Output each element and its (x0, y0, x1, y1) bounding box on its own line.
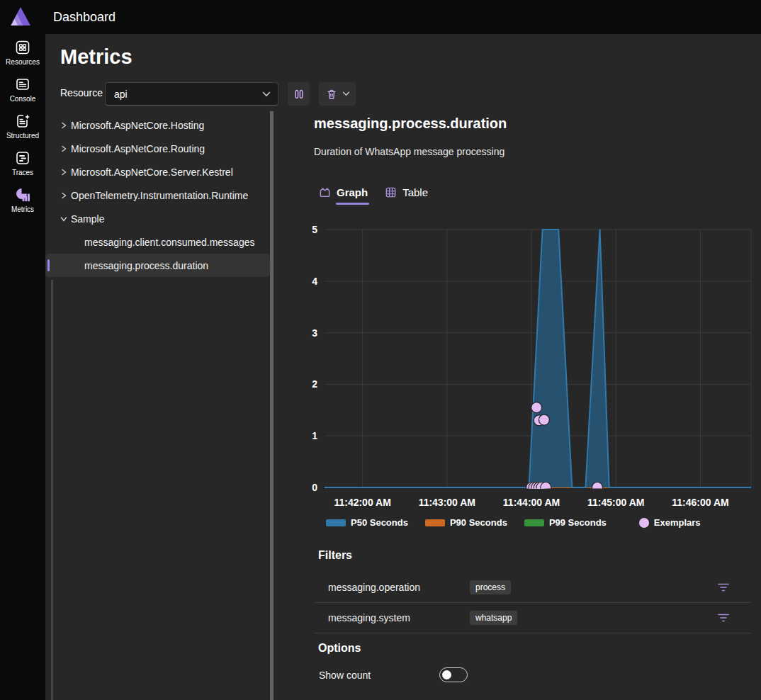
chevron-right-icon (60, 145, 68, 153)
series-p50-seconds (325, 230, 751, 487)
filter-row-system: messaging.system whatsapp (314, 603, 751, 633)
metrics-page: Metrics Resource api Microsoft.AspNetCor… (45, 34, 761, 700)
x-tick-label: 11:44:00 AM (503, 497, 560, 508)
tree-item-label: messaging.client.consumed.messages (84, 237, 254, 248)
filters-heading: Filters (318, 549, 352, 562)
metric-title: messaging.process.duration (314, 115, 507, 132)
filter-value-badge: whatsapp (470, 611, 517, 625)
tree-item-label: Microsoft.AspNetCore.Routing (71, 143, 205, 154)
tree-item-label: Sample (71, 213, 104, 225)
legend-label: P50 Seconds (351, 517, 408, 528)
chevron-down-icon (262, 91, 271, 97)
tab-label: Graph (337, 186, 368, 198)
toggle-knob (442, 670, 451, 679)
legend-swatch (524, 519, 544, 526)
y-tick-label: 1 (312, 430, 317, 441)
filter-value-badge: process (470, 580, 511, 594)
app-title: Dashboard (53, 0, 115, 34)
sidebar-item-traces[interactable]: Traces (0, 145, 45, 181)
tree-item-sample[interactable]: Sample (45, 207, 270, 230)
x-tick-label: 11:46:00 AM (672, 497, 728, 508)
console-icon (14, 76, 31, 93)
chevron-down-icon (60, 215, 68, 223)
x-tick-label: 11:42:00 AM (334, 497, 390, 508)
filter-name: messaging.operation (328, 582, 470, 593)
tree-item-kestrel[interactable]: Microsoft.AspNetCore.Server.Kestrel (45, 160, 270, 184)
legend-item-exemplars[interactable]: Exemplars (639, 517, 701, 528)
sidebar-item-label: Structured (6, 132, 39, 140)
tree-item-runtime[interactable]: OpenTelemetry.Instrumentation.Runtime (45, 184, 270, 207)
tree-item-label: Microsoft.AspNetCore.Hosting (71, 120, 204, 131)
filter-menu-button[interactable] (716, 580, 731, 595)
tree-item-label: messaging.process.duration (84, 260, 208, 271)
y-tick-label: 4 (312, 276, 317, 287)
legend-swatch (425, 519, 445, 526)
sidebar-item-label: Metrics (11, 205, 34, 213)
legend-item-p99[interactable]: P99 Seconds (524, 517, 607, 528)
sidebar-item-label: Resources (6, 58, 40, 66)
tree-item-routing[interactable]: Microsoft.AspNetCore.Routing (45, 137, 270, 160)
sidebar-item-label: Traces (12, 169, 33, 176)
filter-name: messaging.system (328, 612, 470, 623)
tree-item-consumed-messages[interactable]: messaging.client.consumed.messages (45, 230, 270, 254)
legend-label: P99 Seconds (549, 517, 607, 528)
divider (314, 633, 751, 633)
show-count-label: Show count (319, 670, 371, 681)
resource-select-value: api (114, 89, 262, 100)
chevron-right-icon (60, 121, 68, 130)
sidebar-item-metrics[interactable]: Metrics (0, 181, 45, 218)
sidebar-item-label: Console (10, 95, 36, 103)
legend-item-p90[interactable]: P90 Seconds (425, 517, 507, 528)
aspire-logo-icon (9, 6, 33, 28)
structured-icon (14, 113, 31, 130)
filter-menu-button[interactable] (716, 610, 731, 626)
sidebar-item-resources[interactable]: Resources (0, 34, 45, 71)
x-tick-label: 11:43:00 AM (419, 497, 475, 508)
pause-metrics-button[interactable] (288, 82, 310, 106)
metric-description: Duration of WhatsApp message processing (314, 146, 504, 157)
trash-icon (325, 88, 338, 101)
tree-scrollbar[interactable] (51, 280, 53, 700)
chevron-right-icon (60, 191, 68, 200)
metrics-tree: Microsoft.AspNetCore.Hosting Microsoft.A… (45, 113, 270, 277)
page-title: Metrics (60, 45, 133, 69)
exemplar-point[interactable] (539, 414, 549, 425)
tree-item-label: Microsoft.AspNetCore.Server.Kestrel (71, 166, 233, 178)
y-tick-label: 5 (312, 224, 317, 235)
traces-icon (14, 149, 31, 166)
filter-row-operation: messaging.operation process (314, 572, 751, 602)
resource-select[interactable]: api (105, 82, 278, 106)
exemplar-point[interactable] (592, 482, 603, 493)
filter-icon (717, 582, 730, 593)
legend-label: P90 Seconds (450, 517, 507, 528)
tab-table[interactable]: Table (385, 186, 428, 205)
y-tick-label: 0 (312, 482, 317, 493)
metrics-icon (14, 186, 31, 203)
line-chart-icon (319, 186, 331, 198)
tab-graph[interactable]: Graph (319, 186, 368, 205)
exemplar-point[interactable] (541, 482, 551, 493)
x-tick-label: 11:45:00 AM (587, 497, 644, 508)
sidebar-item-console[interactable]: Console (0, 71, 45, 108)
remove-metrics-split-button[interactable] (319, 82, 356, 106)
filter-icon (717, 612, 730, 623)
tree-chart-splitter[interactable] (270, 111, 274, 700)
tree-item-label: OpenTelemetry.Instrumentation.Runtime (71, 190, 248, 201)
pause-icon (292, 87, 306, 101)
legend-label: Exemplars (654, 517, 701, 528)
resource-label: Resource (60, 87, 103, 98)
y-tick-label: 3 (312, 327, 317, 339)
exemplar-dot-icon (639, 518, 649, 528)
table-icon (385, 186, 397, 198)
tab-label: Table (402, 186, 428, 198)
show-count-toggle[interactable] (439, 667, 468, 682)
tree-item-process-duration[interactable]: messaging.process.duration (45, 254, 270, 277)
selected-indicator (47, 259, 50, 271)
legend-item-p50[interactable]: P50 Seconds (326, 517, 408, 528)
sidebar-nav: Resources Console Structured Traces (0, 34, 45, 700)
exemplar-point[interactable] (531, 402, 542, 413)
sidebar-item-structured[interactable]: Structured (0, 108, 45, 145)
top-bar: Dashboard (0, 0, 761, 34)
tree-item-hosting[interactable]: Microsoft.AspNetCore.Hosting (45, 113, 270, 137)
chevron-down-icon (342, 91, 350, 96)
